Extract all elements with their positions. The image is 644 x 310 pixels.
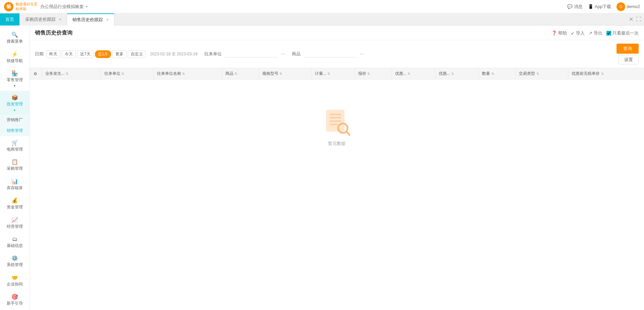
sidebar-item-ecommerce[interactable]: 🛒 电商管理	[0, 136, 29, 156]
maximize-button[interactable]: ⛶	[636, 16, 641, 22]
help-button[interactable]: ❓ 帮助	[551, 30, 567, 36]
goods-input[interactable]	[303, 51, 357, 57]
query-button[interactable]: 查询	[616, 44, 639, 54]
sort-icon: ⇅	[234, 72, 237, 75]
only-last-toggle[interactable]: 只看最后一次	[606, 30, 639, 36]
page-actions: ❓ 帮助 ↙ 导入 ↗ 导出 只看最后一次	[551, 30, 639, 36]
th-goods-label: 商品	[225, 71, 233, 76]
th-price[interactable]: 报价 ⇅	[355, 68, 392, 80]
logo-text: 畅捷通好生意 标准版	[15, 2, 38, 11]
sort-icon: ⇅	[327, 72, 330, 75]
date-btn-custom[interactable]: 自定义	[128, 50, 146, 58]
tab-sales-history[interactable]: 销售历史价跟踪 ×	[67, 13, 114, 25]
date-btn-yesterday[interactable]: 昨天	[46, 50, 60, 58]
sidebar-item-system[interactable]: ⚙️ 系统管理	[0, 252, 29, 271]
sidebar-item-enterprise-collab[interactable]: 🤝 企业协同	[0, 271, 29, 291]
message-button[interactable]: 💬 消息	[567, 4, 583, 10]
sort-icon: ⇅	[491, 72, 494, 75]
close-tab-button[interactable]: ✕	[629, 16, 633, 22]
incoming-unit-filter: 往来单位 ···	[204, 51, 285, 57]
incoming-unit-picker-icon[interactable]: ···	[281, 51, 285, 57]
purchase-history-tab-label: 采购历史价跟踪	[25, 16, 56, 22]
th-qty[interactable]: 数量 ⇅	[479, 68, 516, 80]
sidebar-item-inventory[interactable]: 📊 库存核算	[0, 175, 29, 194]
operations-icon: 📈	[11, 217, 18, 223]
th-goods[interactable]: 商品 ⇅	[222, 68, 259, 80]
sales-history-tab-label: 销售历史价跟踪	[72, 17, 103, 23]
date-label: 日期	[35, 51, 44, 57]
collab-icon: 🤝	[11, 274, 18, 281]
th-spec[interactable]: 规格型号 ⇅	[259, 68, 311, 80]
help-icon: ❓	[551, 31, 557, 36]
sidebar-sub-item-marketing[interactable]: 营销推广	[0, 115, 29, 125]
sidebar-section-wholesale: 📦 批发管理 ▴ 营销推广 销售管理	[0, 91, 29, 136]
top-bar-right: 💬 消息 📱 App下载 D demo2	[567, 2, 640, 11]
goods-picker-icon[interactable]: ···	[360, 51, 364, 57]
tab-purchase-history[interactable]: 采购历史价跟踪 ×	[20, 13, 67, 25]
date-btn-today[interactable]: 今天	[62, 50, 76, 58]
th-trade-type[interactable]: 交易类型 ⇅	[516, 68, 568, 80]
close-sales-history-icon[interactable]: ×	[106, 17, 109, 22]
date-btn-1month[interactable]: 近1月	[95, 50, 111, 58]
sidebar-item-base-info[interactable]: 🗂 基础信息	[0, 233, 29, 252]
th-biz-date[interactable]: 业务发生... ⇅	[42, 68, 101, 80]
th-discount1[interactable]: 优惠... ⇅	[392, 68, 435, 80]
inventory-icon: 📊	[11, 178, 18, 185]
date-buttons: 昨天 今天 近7天 近1月 更多 自定义	[46, 50, 146, 58]
incoming-unit-input[interactable]	[224, 51, 278, 57]
th-discount2-label: 优惠...	[439, 71, 450, 76]
svg-rect-1	[329, 114, 341, 115]
th-unit-label: 计量...	[315, 71, 326, 76]
svg-rect-4	[329, 124, 338, 125]
settings-button[interactable]: 设置	[619, 55, 639, 64]
table-header-row: ⚙ 业务发生... ⇅ 往来单位 ⇅ 往来单位名称 ⇅	[30, 68, 644, 80]
th-gear[interactable]: ⚙	[30, 68, 42, 80]
export-icon: ↗	[589, 31, 592, 36]
incoming-unit-label: 往来单位	[204, 51, 222, 57]
th-discount1-label: 优惠...	[395, 71, 407, 76]
sort-icon: ⇅	[121, 72, 124, 75]
export-button[interactable]: ↗ 导出	[589, 30, 602, 36]
th-unit[interactable]: 计量... ⇅	[311, 68, 355, 80]
sidebar-item-search[interactable]: 🔍 搜索菜单	[0, 28, 29, 48]
empty-svg	[320, 106, 354, 137]
import-button[interactable]: ↙ 导入	[571, 30, 585, 36]
th-pre-tax-price[interactable]: 优惠前无税单价 ⇅	[568, 68, 644, 80]
top-bar: 畅 畅捷通好生意 标准版 办公用品行业模拟账套 ▾ 💬 消息 📱 App下载 D…	[0, 0, 644, 13]
sidebar-item-quick-nav[interactable]: ⚡ 快捷导航	[0, 48, 29, 67]
sidebar-item-wholesale[interactable]: 📦 批发管理 ▴	[0, 91, 29, 115]
th-qty-label: 数量	[482, 71, 490, 76]
th-discount2[interactable]: 优惠... ⇅	[435, 68, 479, 80]
tab-home[interactable]: 首页	[0, 13, 20, 25]
company-name: 办公用品行业模拟账套	[40, 4, 84, 10]
empty-illustration	[320, 106, 354, 137]
message-icon: 💬	[567, 4, 573, 9]
gear-icon[interactable]: ⚙	[34, 71, 37, 76]
page-header: 销售历史价查询 ❓ 帮助 ↙ 导入 ↗ 导出	[30, 25, 644, 40]
sidebar-item-purchase[interactable]: 📋 采购管理	[0, 155, 29, 175]
date-btn-more[interactable]: 更多	[112, 50, 126, 58]
company-selector[interactable]: 办公用品行业模拟账套 ▾	[40, 4, 88, 10]
svg-line-6	[346, 132, 350, 135]
date-btn-7days[interactable]: 近7天	[77, 50, 94, 58]
sort-icon: ⇅	[367, 72, 370, 75]
th-unit-name[interactable]: 往来单位名称 ⇅	[153, 68, 222, 80]
sidebar-item-retail[interactable]: 🏪 零售管理 ▾	[0, 67, 29, 91]
sidebar-item-operations[interactable]: 📈 经营管理	[0, 213, 29, 233]
purchase-icon: 📋	[11, 159, 18, 165]
close-purchase-history-icon[interactable]: ×	[59, 17, 61, 22]
content-area: 销售历史价查询 ❓ 帮助 ↙ 导入 ↗ 导出	[30, 25, 644, 310]
table-container: ⚙ 业务发生... ⇅ 往来单位 ⇅ 往来单位名称 ⇅	[30, 68, 644, 310]
th-unit-code[interactable]: 往来单位 ⇅	[101, 68, 153, 80]
sidebar-item-new-guide[interactable]: 🎯 新手引导	[0, 290, 29, 310]
data-table: ⚙ 业务发生... ⇅ 往来单位 ⇅ 往来单位名称 ⇅	[30, 68, 644, 173]
empty-state: 暂元数据	[30, 80, 644, 173]
sidebar-sub-item-sales-mgmt[interactable]: 销售管理	[0, 125, 29, 136]
sidebar-item-finance[interactable]: 💰 资金管理	[0, 194, 29, 213]
user-menu[interactable]: D demo2	[616, 2, 640, 11]
sort-icon: ⇅	[601, 72, 604, 75]
home-tab-label: 首页	[5, 16, 14, 22]
only-last-checkbox[interactable]	[606, 31, 611, 36]
chevron-up-icon: ▴	[14, 108, 15, 111]
app-download-button[interactable]: 📱 App下载	[588, 4, 611, 10]
